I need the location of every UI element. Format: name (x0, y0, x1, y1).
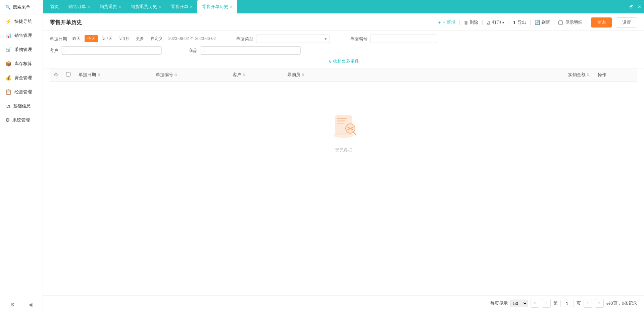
filter-area: 单据日期 昨天 今天 近7天 近1月 更多 自定义 2023-06-02 至 2… (43, 31, 644, 68)
date-filter-label: 单据日期 (50, 36, 67, 42)
sidebar-item-sys-mgmt[interactable]: ⚙ 系统管理 (0, 113, 43, 127)
svg-rect-4 (337, 123, 344, 124)
table-settings-icon[interactable]: ⚙ (54, 72, 58, 77)
sidebar-item-finance-label: 资金管理 (14, 75, 32, 81)
sidebar-item-inventory-label: 库存核算 (14, 61, 32, 67)
order-no-label: 单据编号 (350, 36, 367, 42)
add-button[interactable]: ＋ + 新增 (437, 19, 455, 25)
page-input[interactable]: 1 (560, 300, 574, 307)
window-restore-btn[interactable]: 🗗 (629, 4, 634, 9)
date-range-text: 2023-06-02 至 2023-06-02 (168, 36, 215, 42)
filter-more-row: ∧ 收起更多条件 (50, 58, 637, 64)
refresh-label: 刷新 (541, 19, 550, 25)
refresh-button[interactable]: 🔄 刷新 (535, 19, 550, 25)
delete-label: 删除 (469, 19, 478, 25)
sidebar-item-sales-mgmt[interactable]: 📊 销售管理 (0, 29, 43, 43)
pagination-area: 每页显示 50 20 100 « ‹ 第 1 页 › » 共0页，0条记录 (43, 295, 644, 311)
col-guide-sort-icon: ⇅ (301, 73, 304, 77)
svg-line-8 (353, 132, 356, 135)
type-select[interactable]: ▾ (256, 35, 330, 43)
tab-sales-return-close[interactable]: ✕ (118, 5, 121, 9)
divider-4 (530, 20, 531, 25)
goods-select[interactable]: ... (200, 46, 301, 55)
date-btn-7days[interactable]: 近7天 (99, 35, 115, 42)
first-page-btn[interactable]: « (531, 299, 539, 308)
next-page-btn[interactable]: › (584, 299, 592, 308)
select-all-checkbox[interactable] (66, 72, 70, 76)
date-btn-yesterday[interactable]: 昨天 (70, 35, 83, 42)
quick-nav-icon: ⚡ (5, 18, 12, 24)
sidebar-item-inventory[interactable]: 📦 库存核算 (0, 57, 43, 71)
per-page-select[interactable]: 50 20 100 (510, 300, 528, 307)
table-col-no[interactable]: 单据编号 ⇅ (152, 68, 229, 82)
empty-state: 暂无数据 (50, 82, 637, 180)
collapse-trigger[interactable]: ∧ 收起更多条件 (328, 58, 359, 64)
tab-bar-right: 🗗 ✕ (629, 4, 641, 9)
goods-label: 商品 (189, 48, 197, 54)
tab-home[interactable]: 首页 (46, 0, 64, 13)
display-detail-button[interactable]: 显示明细 (558, 19, 583, 25)
delete-icon: 🗑 (464, 20, 468, 25)
table-col-customer[interactable]: 客户 ⇅ (229, 68, 283, 82)
divider-5 (554, 20, 554, 25)
tab-sales-return-history[interactable]: 销货退货历史 ✕ (126, 0, 166, 13)
display-detail-checkbox[interactable] (558, 20, 563, 25)
date-btn-more[interactable]: 更多 (133, 35, 147, 42)
sidebar-item-quick-nav[interactable]: ⚡ 快捷导航 (0, 14, 43, 29)
sidebar-item-purchase-mgmt[interactable]: 🛒 采购管理 (0, 43, 43, 57)
tab-retail-open-history-close[interactable]: ✕ (230, 5, 233, 9)
print-button[interactable]: 🖨 打印 ▾ (487, 19, 504, 25)
table-col-settings: ⚙ (50, 68, 62, 82)
table-header-row: ⚙ 单据日期 ⇅ 单据编号 ⇅ (50, 68, 637, 82)
tab-retail-open-close[interactable]: ✕ (190, 5, 193, 9)
col-customer-sort-icon: ⇅ (243, 73, 246, 77)
settings-button[interactable]: 设置 (616, 17, 637, 28)
col-amount-label: 实销金额 (568, 72, 586, 77)
basic-info-icon: 🗂 (5, 103, 10, 109)
last-page-btn[interactable]: » (595, 299, 604, 308)
window-close-btn[interactable]: ✕ (638, 4, 641, 9)
tab-sales-return-history-label: 销货退货历史 (131, 4, 157, 10)
type-filter-label: 单据类型 (236, 36, 253, 42)
tab-sales-return-label: 销货退货 (100, 4, 117, 10)
filter-row-2: 客户 ... 商品 ... (50, 46, 637, 55)
col-no-label: 单据编号 (156, 72, 173, 77)
sidebar-item-basic-info[interactable]: 🗂 基础信息 (0, 99, 43, 113)
col-action-label: 操作 (598, 72, 606, 77)
sidebar-item-finance[interactable]: 💰 资金管理 (0, 71, 43, 85)
svg-rect-3 (337, 120, 345, 121)
date-btn-custom[interactable]: 自定义 (148, 35, 165, 42)
customer-select[interactable]: ... (61, 46, 162, 55)
delete-button[interactable]: 🗑 删除 (464, 19, 478, 25)
sidebar-collapse-btn[interactable]: ◀ (29, 302, 33, 308)
table-col-date[interactable]: 单据日期 ⇅ (75, 68, 152, 82)
prev-page-btn[interactable]: ‹ (542, 299, 551, 308)
print-arrow-icon: ▾ (502, 21, 504, 24)
display-detail-label: 显示明细 (565, 19, 583, 25)
tab-sales-return[interactable]: 销货退货 ✕ (95, 0, 126, 13)
content-area: 零售开单历史 ＋ + 新增 🗑 删除 🖨 打印 ▾ (43, 13, 644, 311)
query-button[interactable]: 查询 (591, 17, 612, 28)
export-button[interactable]: ⬆ 导出 (512, 19, 526, 25)
sidebar-settings-btn[interactable]: ⚙ (10, 302, 15, 308)
export-label: 导出 (517, 19, 526, 25)
sidebar-search-label: 搜索采单 (13, 4, 30, 10)
tab-sales-order[interactable]: 销售订单 ✕ (64, 0, 95, 13)
tab-sales-order-close[interactable]: ✕ (87, 5, 90, 9)
table-col-guide[interactable]: 导购员 ⇅ (283, 68, 349, 82)
order-no-input[interactable] (370, 35, 437, 43)
divider-3 (508, 20, 508, 25)
pagination-summary: 共0页，0条记录 (606, 300, 637, 306)
date-btn-today[interactable]: 今天 (85, 35, 98, 42)
sidebar-search[interactable]: 🔍 搜索采单 (0, 0, 43, 14)
tab-sales-return-history-close[interactable]: ✕ (158, 5, 161, 9)
tab-retail-open[interactable]: 零售开单 ✕ (166, 0, 197, 13)
table-area: ⚙ 单据日期 ⇅ 单据编号 ⇅ (43, 68, 644, 295)
sidebar-item-operations[interactable]: 📋 经营管理 (0, 85, 43, 99)
divider-1 (459, 20, 460, 25)
date-btn-1month[interactable]: 近1月 (116, 35, 132, 42)
divider-2 (482, 20, 483, 25)
tab-bar: 首页 销售订单 ✕ 销货退货 ✕ 销货退货历史 ✕ 零售开单 ✕ 零售开单历史 … (43, 0, 644, 13)
tab-retail-open-history[interactable]: 零售开单历史 ✕ (197, 0, 237, 13)
table-col-amount[interactable]: 实销金额 ⇅ (517, 68, 594, 82)
